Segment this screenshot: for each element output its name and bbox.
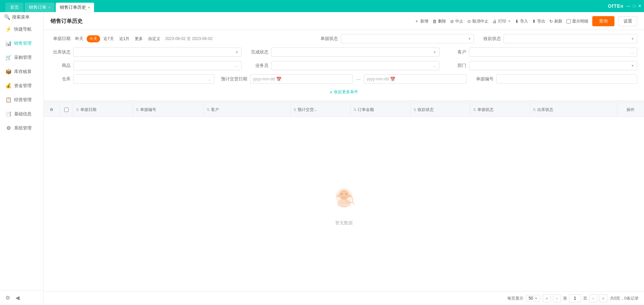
svg-line-8: [352, 202, 354, 204]
th-date-label: 单据日期: [80, 107, 96, 113]
stock-out-select[interactable]: ▼: [73, 47, 242, 57]
setting-button[interactable]: 设置: [618, 16, 637, 26]
payment-status-select[interactable]: ▼: [504, 34, 637, 43]
customer-input[interactable]: ...: [469, 47, 637, 57]
bill-status-label: 单据状态: [318, 36, 338, 42]
th-date[interactable]: ⇅ 单据日期: [73, 103, 133, 116]
main-content: 销售订单历史 ＋ 新增 🗑 删除 ⊘ 中止 ⊙: [44, 12, 644, 305]
sidebar-item-sys-mgmt[interactable]: ⚙ 系统管理: [0, 121, 43, 135]
prev-page-btn[interactable]: ‹: [553, 294, 561, 302]
th-amount[interactable]: ⇅ 订单金额: [351, 103, 411, 116]
add-button[interactable]: ＋ 新增: [415, 18, 428, 24]
tab-sales-order-history-close[interactable]: ×: [88, 5, 90, 9]
refresh-button[interactable]: ↻ 刷新: [549, 18, 562, 24]
sidebar-item-search-label: 搜索菜单: [12, 14, 30, 20]
date-pill-yesterday[interactable]: 昨天: [73, 35, 85, 42]
minimize-btn[interactable]: —: [626, 4, 630, 8]
th-customer[interactable]: ⇅ 客户: [204, 103, 291, 116]
date-pills: 昨天 今天 近7天 近1月 更多 自定义: [73, 35, 162, 42]
th-number-label: 单据编号: [140, 107, 156, 113]
sidebar-sales-label: 销售管理: [14, 40, 32, 46]
maximize-btn[interactable]: □: [633, 4, 635, 8]
close-btn[interactable]: ×: [638, 3, 641, 9]
warehouse-input[interactable]: ...: [73, 74, 214, 84]
ops-icon: 📋: [5, 97, 11, 103]
warehouse-dots[interactable]: ...: [208, 77, 211, 81]
th-stock-status[interactable]: ⇅ 出库状态: [530, 103, 617, 116]
delivery-date-start-input[interactable]: yyyy-mm-dd 📅: [250, 74, 353, 84]
bill-status-select[interactable]: ▼: [341, 34, 474, 43]
salesperson-input[interactable]: ...: [271, 61, 439, 70]
settings-col-icon: ⚙: [50, 107, 53, 112]
last-page-btn[interactable]: »: [599, 294, 607, 302]
th-delivery[interactable]: ⇅ 预计交货...: [291, 103, 350, 116]
cancel-stop-label: 取消中止: [472, 18, 488, 24]
select-all-checkbox[interactable]: [64, 108, 69, 112]
sidebar-item-quick-nav[interactable]: ⚡ 快捷导航: [0, 22, 43, 36]
sidebar-ops-label: 经营管理: [14, 97, 32, 103]
stop-button[interactable]: ⊘ 中止: [450, 18, 463, 24]
sidebar-purchase-label: 采购管理: [14, 54, 32, 61]
print-button[interactable]: 🖨 打印 ▼: [492, 18, 511, 24]
dept-select[interactable]: ▼: [469, 61, 637, 70]
date-pill-today[interactable]: 今天: [87, 35, 100, 42]
sidebar-item-purchase-mgmt[interactable]: 🛒 采购管理: [0, 50, 43, 65]
query-button[interactable]: 查询: [592, 16, 614, 26]
date-separator: —: [356, 77, 360, 82]
filter-section: 单据日期 昨天 今天 近7天 近1月 更多 自定义 2023-06-02 至 2…: [44, 30, 644, 100]
date-pill-custom[interactable]: 自定义: [146, 35, 162, 42]
th-settings[interactable]: ⚙: [44, 103, 60, 116]
th-customer-label: 客户: [211, 107, 219, 113]
delete-icon: 🗑: [432, 19, 437, 24]
complete-select[interactable]: ▼: [271, 47, 439, 57]
next-page-btn[interactable]: ›: [589, 294, 597, 302]
display-detail-checkbox[interactable]: [566, 19, 571, 24]
collapse-button[interactable]: ∧ 收起更多条件: [330, 89, 358, 95]
tab-home[interactable]: 首页: [5, 3, 24, 12]
date-pill-more[interactable]: 更多: [133, 35, 145, 42]
stop-label: 中止: [455, 18, 463, 24]
th-action-label: 操作: [627, 107, 635, 113]
sidebar-item-basic-info[interactable]: 📑 基础信息: [0, 107, 43, 121]
th-amount-label: 订单金额: [358, 107, 374, 113]
quick-nav-icon: ⚡: [5, 26, 11, 32]
dept-arrow: ▼: [631, 64, 634, 68]
sidebar-item-search-menu[interactable]: 🔍 搜索菜单: [0, 12, 43, 22]
th-bill-status[interactable]: ⇅ 单据状态: [470, 103, 530, 116]
export-button[interactable]: ⬆ 导出: [532, 18, 545, 24]
svg-point-4: [345, 193, 347, 195]
sidebar-item-finance[interactable]: 💰 资金管理: [0, 79, 43, 93]
first-page-btn[interactable]: «: [543, 294, 551, 302]
date-pill-last7[interactable]: 近7天: [101, 35, 116, 42]
sidebar-item-sales-mgmt[interactable]: 📊 销售管理: [0, 36, 43, 50]
export-icon: ⬆: [532, 19, 536, 24]
th-checkbox[interactable]: [60, 103, 73, 116]
tab-sales-order-history[interactable]: 销售订单历史 ×: [56, 3, 94, 12]
sidebar-bottom-collapse-icon[interactable]: ◀: [15, 295, 19, 301]
delivery-date-control: yyyy-mm-dd 📅 — yyyy-mm-dd 📅: [250, 74, 467, 84]
calendar-end-icon: 📅: [390, 77, 395, 82]
page-number-input[interactable]: [569, 294, 581, 302]
sidebar-item-inventory[interactable]: 📦 库存核算: [0, 65, 43, 79]
page-label-suffix: 页: [583, 296, 587, 301]
th-payment-status[interactable]: ⇅ 收款状态: [411, 103, 470, 116]
salesperson-dots[interactable]: ...: [433, 63, 436, 68]
cancel-stop-button[interactable]: ⊙ 取消中止: [467, 18, 488, 24]
add-icon: ＋: [415, 18, 419, 24]
th-number[interactable]: ⇅ 单据编号: [133, 103, 204, 116]
page-size-select[interactable]: 50 ▼: [526, 295, 540, 302]
goods-dots[interactable]: ...: [235, 63, 239, 68]
sidebar-bottom-settings-icon[interactable]: ⚙: [5, 295, 10, 301]
goods-input[interactable]: ...: [73, 61, 242, 70]
filter-payment-status: 收款状态 ▼: [481, 34, 637, 43]
date-pill-last1month[interactable]: 近1月: [117, 35, 132, 42]
bill-no-input[interactable]: [496, 74, 637, 84]
delete-button[interactable]: 🗑 删除: [432, 18, 446, 24]
sidebar-item-ops[interactable]: 📋 经营管理: [0, 93, 43, 107]
customer-dots[interactable]: ...: [631, 50, 634, 54]
tab-sales-order-close[interactable]: ×: [48, 5, 50, 9]
import-button[interactable]: ⬇ 导入: [515, 18, 528, 24]
tab-sales-order[interactable]: 销售订单 ×: [25, 3, 54, 12]
salesperson-label: 业务员: [248, 63, 268, 69]
delivery-date-end-input[interactable]: yyyy-mm-dd 📅: [364, 74, 467, 84]
